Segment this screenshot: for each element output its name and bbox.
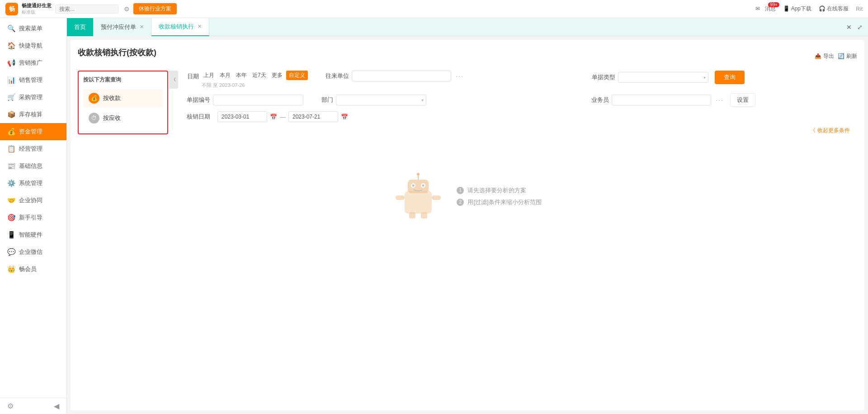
tab-receipt-label: 收款核销执行	[159, 23, 194, 31]
svg-rect-11	[421, 212, 427, 219]
dept-select-wrap: ▾	[336, 95, 426, 105]
export-button[interactable]: 📤 导出	[815, 52, 834, 60]
page-header: 收款核销执行(按收款) 📤 导出 🔄 刷新	[78, 47, 857, 65]
writeoff-date-start[interactable]	[217, 111, 267, 122]
date-btn-this-month[interactable]: 本月	[218, 71, 232, 80]
gear-icon[interactable]: ⚙	[124, 5, 130, 13]
date-btn-last-month[interactable]: 上月	[202, 71, 216, 80]
sidebar-item-inventory[interactable]: 📦 库存核算	[0, 106, 66, 123]
collapse-sidebar-icon[interactable]: ◀	[54, 402, 59, 410]
collapse-icon: 《	[810, 127, 816, 134]
counterparty-dots[interactable]: ···	[456, 71, 464, 81]
sidebar-item-enterprise[interactable]: 🤝 企业协同	[0, 192, 66, 209]
sidebar-item-sales[interactable]: 📊 销售管理	[0, 71, 66, 89]
sidebar-item-purchase[interactable]: 🛒 采购管理	[0, 89, 66, 106]
doc-no-input[interactable]	[213, 95, 303, 105]
app-download-link[interactable]: 📱 App下载	[783, 5, 811, 13]
date-btn-7days[interactable]: 近7天	[250, 71, 268, 80]
date-btn-more[interactable]: 更多	[270, 71, 284, 80]
tip-text-1: 请先选择要分析的方案	[467, 186, 526, 195]
tab-expand-icon[interactable]: ⤢	[855, 22, 864, 33]
date-btn-custom[interactable]: 自定义	[286, 71, 308, 80]
counterparty-input[interactable]	[352, 71, 451, 81]
sidebar-label-search: 搜索菜单	[19, 24, 42, 33]
sidebar-item-hardware[interactable]: 📱 智能硬件	[0, 226, 66, 243]
salesman-label: 业务员	[589, 96, 609, 104]
tab-prepay[interactable]: 预付冲应付单 ✕	[94, 18, 151, 36]
sidebar-label-enterprise: 企业协同	[19, 196, 42, 205]
search-icon: 🔍	[7, 24, 15, 33]
industry-button[interactable]: 休验行业方案	[133, 3, 177, 14]
sidebar-label-marketing: 营销推广	[19, 59, 42, 67]
sidebar-label-finance: 资金管理	[19, 128, 42, 136]
dept-select[interactable]	[336, 95, 426, 105]
sidebar-item-wechat[interactable]: 💬 企业微信	[0, 243, 66, 261]
filter-option-by-receipt[interactable]: 💰 按收款	[83, 89, 163, 107]
settings-bottom-icon[interactable]: ⚙	[7, 402, 14, 410]
settings-button[interactable]: 设置	[730, 93, 755, 107]
tab-receipt[interactable]: 收款核销执行 ✕	[151, 18, 209, 36]
calendar-start-icon[interactable]: 📅	[270, 114, 277, 120]
message-badge: 99+	[768, 2, 779, 7]
guide-icon: 🎯	[7, 214, 15, 222]
sidebar-item-guide[interactable]: 🎯 新手引导	[0, 209, 66, 226]
counterparty-label: 往来单位	[324, 72, 349, 80]
sidebar-label-wechat: 企业微信	[19, 248, 42, 256]
filter-row-1: 日期 上月 本月 本年 近7天 更多 自定义 不限 至	[185, 71, 850, 89]
sidebar-label-member: 畅会员	[19, 265, 37, 273]
writeoff-date-end[interactable]	[288, 111, 338, 122]
sidebar-item-operation[interactable]: 📋 经营管理	[0, 140, 66, 157]
doc-type-select[interactable]	[618, 72, 708, 83]
query-button[interactable]: 查询	[715, 71, 745, 84]
empty-state: 1 请先选择要分析的方案 2 用[过滤]条件来缩小分析范围	[78, 134, 857, 258]
receipt-option-icon: 💰	[89, 93, 99, 104]
online-service-link[interactable]: 🎧 在线客服	[819, 5, 849, 13]
sidebar-bottom: ⚙ ◀	[0, 398, 66, 414]
search-input[interactable]	[55, 5, 118, 14]
sidebar-label-operation: 经营管理	[19, 145, 42, 153]
collapse-conditions-btn[interactable]: 《 收起更多条件	[810, 127, 850, 134]
message-icon: ✉	[755, 5, 760, 12]
member-icon: 👑	[7, 265, 15, 273]
tab-home[interactable]: 首页	[67, 18, 94, 36]
top-bar-left: 畅 畅捷通好生意 标准版 ⚙ 休验行业方案	[5, 2, 177, 15]
refresh-button[interactable]: 🔄 刷新	[838, 52, 857, 60]
refresh-icon: 🔄	[838, 53, 844, 59]
svg-point-7	[417, 173, 420, 176]
export-icon: 📤	[815, 53, 821, 59]
sidebar-item-system[interactable]: ⚙️ 系统管理	[0, 175, 66, 192]
sidebar-item-marketing[interactable]: 📢 营销推广	[0, 54, 66, 71]
filter-container: 按以下方案查询 💰 按收款 ⏱ 按应收 《	[78, 71, 857, 134]
sidebar-label-purchase: 采购管理	[19, 93, 42, 101]
receivable-option-label: 按应收	[103, 114, 121, 122]
page-title: 收款核销执行(按收款)	[78, 47, 156, 58]
salesman-dots[interactable]: ···	[716, 95, 724, 105]
sidebar-item-basic[interactable]: 📰 基础信息	[0, 157, 66, 175]
svg-rect-8	[396, 195, 405, 200]
tab-receipt-close[interactable]: ✕	[198, 24, 202, 29]
salesman-input[interactable]	[612, 95, 711, 105]
sidebar-label-sales: 销售管理	[19, 76, 42, 84]
date-btn-this-year[interactable]: 本年	[234, 71, 249, 80]
svg-rect-10	[409, 212, 415, 219]
sidebar-menu: 🔍 搜索菜单 🏠 快捷导航 📢 营销推广 📊 销售管理 🛒 采购管理 📦	[0, 18, 66, 398]
operation-icon: 📋	[7, 145, 15, 153]
app-icon: 📱	[783, 5, 790, 12]
filter-option-by-receivable[interactable]: ⏱ 按应收	[83, 109, 163, 127]
tab-close-all-icon[interactable]: ✕	[844, 22, 854, 33]
sidebar-item-member[interactable]: 👑 畅会员	[0, 261, 66, 278]
tab-prepay-label: 预付冲应付单	[101, 23, 136, 31]
tab-prepay-close[interactable]: ✕	[140, 24, 144, 30]
doc-type-select-wrap: ▾	[618, 72, 708, 83]
sidebar-label-guide: 新手引导	[19, 214, 42, 222]
message-icon-wrap[interactable]: ✉ 99+ 消息	[755, 5, 776, 13]
tip-text-2: 用[过滤]条件来缩小分析范围	[467, 198, 541, 206]
headset-icon: 🎧	[819, 5, 826, 12]
sidebar: 🔍 搜索菜单 🏠 快捷导航 📢 营销推广 📊 销售管理 🛒 采购管理 📦	[0, 18, 67, 414]
sidebar-item-finance[interactable]: 💰 资金管理	[0, 123, 66, 140]
sidebar-item-shortcut[interactable]: 🏠 快捷导航	[0, 37, 66, 54]
sidebar-item-search[interactable]: 🔍 搜索菜单	[0, 20, 66, 37]
filter-collapse-btn[interactable]: 《	[169, 71, 178, 89]
top-bar-right: ✉ 99+ 消息 📱 App下载 🎧 在线客服 Rit	[755, 5, 863, 13]
calendar-end-icon[interactable]: 📅	[341, 114, 348, 120]
